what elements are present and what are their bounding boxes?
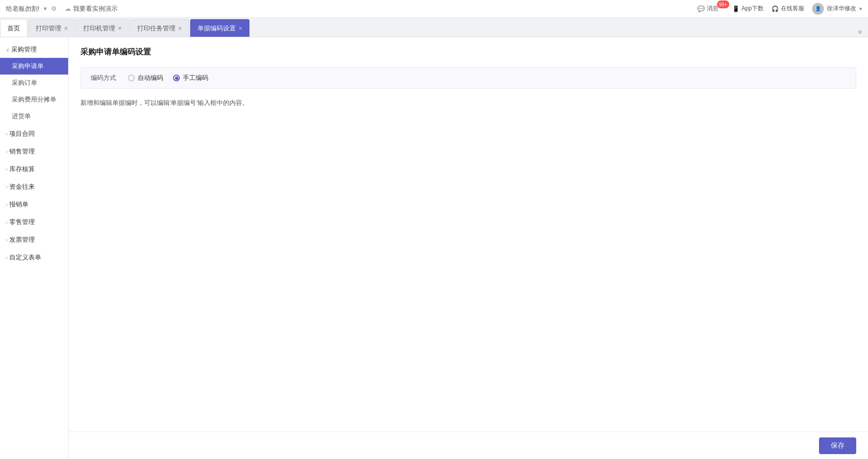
tab-code-settings[interactable]: 单据编码设置 × — [190, 19, 249, 37]
app-hint-text: 给老板勿割! — [6, 4, 40, 13]
coding-section: 编码方式 自动编码 手工编码 — [80, 67, 856, 89]
sidebar-group-project: › 项目合同 — [0, 126, 68, 142]
sidebar: ∨ 采购管理 采购申请单 采购订单 采购费用分摊单 进货单 › 项目合同 — [0, 37, 69, 459]
arrow-right-icon-project: › — [6, 131, 7, 137]
cloud-icon: ☁ — [65, 5, 71, 12]
sidebar-group-invoice: › 发票管理 — [0, 231, 68, 248]
sidebar-item-purchase-order-label: 采购订单 — [12, 79, 37, 86]
sidebar-group-finance-title[interactable]: › 资金往来 — [0, 178, 68, 195]
message-icon: 💬 — [697, 5, 705, 12]
sidebar-group-invoice-title[interactable]: › 发票管理 — [0, 231, 68, 248]
sidebar-group-sales-label: 销售管理 — [9, 147, 35, 156]
page-title: 采购申请单编码设置 — [80, 47, 856, 57]
tab-print-task-close[interactable]: × — [178, 25, 182, 32]
radio-auto-code[interactable]: 自动编码 — [128, 74, 163, 82]
tab-home[interactable]: 首页 — [0, 19, 27, 37]
sidebar-item-inbound-label: 进货单 — [12, 112, 31, 120]
message-label: 消息 — [707, 4, 719, 13]
tab-code-settings-close[interactable]: × — [239, 25, 242, 32]
sidebar-item-purchase-request[interactable]: 采购申请单 — [0, 58, 68, 75]
user-info[interactable]: 👤 徐泽华修改 ▾ — [812, 3, 862, 15]
user-name: 徐泽华修改 — [827, 4, 856, 13]
radio-manual-icon — [173, 75, 180, 81]
sidebar-group-project-title[interactable]: › 项目合同 — [0, 126, 68, 142]
tab-print-management-close[interactable]: × — [64, 25, 68, 32]
tab-printer-management[interactable]: 打印机管理 × — [76, 19, 129, 37]
sidebar-group-retail-label: 零售管理 — [9, 218, 35, 227]
sidebar-group-retail: › 零售管理 — [0, 214, 68, 230]
coding-method-label: 编码方式 — [91, 74, 116, 82]
sidebar-item-purchase-expense[interactable]: 采购费用分摊单 — [0, 91, 68, 108]
tab-bar: 首页 打印管理 × 打印机管理 × 打印任务管理 × 单据编码设置 × × — [0, 18, 868, 37]
main-layout: ∨ 采购管理 采购申请单 采购订单 采购费用分摊单 进货单 › 项目合同 — [0, 37, 868, 459]
sidebar-group-custom: › 自定义表单 — [0, 249, 68, 266]
avatar: 👤 — [812, 3, 824, 15]
headset-icon: 🎧 — [771, 5, 779, 12]
arrow-right-icon-inventory: › — [6, 167, 7, 172]
sidebar-group-project-label: 项目合同 — [9, 129, 35, 138]
sidebar-group-finance-label: 资金往来 — [9, 182, 35, 191]
arrow-right-icon-expense: › — [6, 202, 7, 207]
sidebar-group-purchase-title[interactable]: ∨ 采购管理 — [0, 41, 68, 58]
sidebar-group-sales-title[interactable]: › 销售管理 — [0, 143, 68, 160]
tab-print-management[interactable]: 打印管理 × — [28, 19, 75, 37]
radio-manual-code[interactable]: 手工编码 — [173, 74, 208, 82]
sidebar-group-custom-label: 自定义表单 — [9, 253, 41, 262]
sidebar-group-retail-title[interactable]: › 零售管理 — [0, 214, 68, 230]
tab-bar-close-all[interactable]: × — [852, 28, 868, 37]
top-bar: 给老板勿割! ▾ ⚙ ☁ 我要看实例演示 💬 消息 99+ 📱 App下数 🎧 … — [0, 0, 868, 18]
sidebar-group-expense: › 报销单 — [0, 196, 68, 213]
sidebar-group-inventory-title[interactable]: › 库存核算 — [0, 161, 68, 178]
sidebar-group-purchase: ∨ 采购管理 采购申请单 采购订单 采购费用分摊单 进货单 — [0, 41, 68, 125]
arrow-right-icon-retail: › — [6, 220, 7, 225]
sidebar-item-purchase-request-label: 采购申请单 — [12, 62, 44, 70]
tab-print-management-label: 打印管理 — [36, 24, 61, 33]
hint-text: 新增和编辑单据编时，可以编辑'单据编号'输入框中的内容。 — [80, 99, 856, 107]
tab-printer-management-close[interactable]: × — [118, 25, 122, 32]
sidebar-group-expense-title[interactable]: › 报销单 — [0, 196, 68, 213]
app-download-label: App下数 — [742, 4, 764, 13]
radio-group: 自动编码 手工编码 — [128, 74, 208, 82]
tab-printer-management-label: 打印机管理 — [83, 24, 115, 33]
user-dropdown-icon: ▾ — [859, 5, 862, 12]
tab-print-task-management-label: 打印任务管理 — [137, 24, 175, 33]
top-bar-left: 给老板勿割! ▾ ⚙ ☁ 我要看实例演示 — [6, 4, 118, 13]
sidebar-item-purchase-expense-label: 采购费用分摊单 — [12, 96, 56, 103]
content-area: 采购申请单编码设置 编码方式 自动编码 手工编码 新增和编辑单据编时，可以编辑'… — [69, 37, 868, 459]
arrow-right-icon-invoice: › — [6, 237, 7, 243]
sidebar-group-finance: › 资金往来 — [0, 178, 68, 195]
sidebar-item-inbound[interactable]: 进货单 — [0, 108, 68, 125]
sidebar-group-inventory-label: 库存核算 — [9, 165, 35, 174]
sidebar-item-purchase-order[interactable]: 采购订单 — [0, 75, 68, 91]
auto-code-label: 自动编码 — [138, 74, 163, 82]
arrow-right-icon-finance: › — [6, 184, 7, 190]
save-button[interactable]: 保存 — [819, 437, 856, 454]
sidebar-group-purchase-label: 采购管理 — [11, 45, 37, 54]
arrow-down-icon: ∨ — [6, 47, 9, 52]
message-button[interactable]: 💬 消息 99+ — [697, 4, 724, 13]
dropdown-icon[interactable]: ▾ — [44, 5, 47, 12]
phone-icon: 📱 — [732, 5, 740, 12]
content-footer: 保存 — [69, 432, 868, 459]
message-badge: 99+ — [717, 0, 729, 8]
online-service-label: 在线客服 — [781, 4, 804, 13]
radio-auto-icon — [128, 75, 135, 81]
content-inner: 采购申请单编码设置 编码方式 自动编码 手工编码 新增和编辑单据编时，可以编辑'… — [69, 37, 868, 432]
manual-code-label: 手工编码 — [183, 74, 208, 82]
online-service-button[interactable]: 🎧 在线客服 — [771, 4, 804, 13]
sidebar-group-custom-title[interactable]: › 自定义表单 — [0, 249, 68, 266]
tab-print-task-management[interactable]: 打印任务管理 × — [130, 19, 189, 37]
sidebar-group-inventory: › 库存核算 — [0, 161, 68, 178]
arrow-right-icon-custom: › — [6, 255, 7, 260]
gear-icon[interactable]: ⚙ — [51, 5, 57, 12]
tab-home-label: 首页 — [7, 24, 20, 33]
top-bar-right: 💬 消息 99+ 📱 App下数 🎧 在线客服 👤 徐泽华修改 ▾ — [697, 3, 862, 15]
sidebar-group-expense-label: 报销单 — [9, 200, 28, 209]
sidebar-group-sales: › 销售管理 — [0, 143, 68, 160]
app-download-button[interactable]: 📱 App下数 — [732, 4, 764, 13]
demo-link[interactable]: ☁ 我要看实例演示 — [65, 4, 118, 13]
sidebar-group-invoice-label: 发票管理 — [9, 235, 35, 244]
arrow-right-icon-sales: › — [6, 149, 7, 154]
tab-code-settings-label: 单据编码设置 — [198, 24, 236, 33]
